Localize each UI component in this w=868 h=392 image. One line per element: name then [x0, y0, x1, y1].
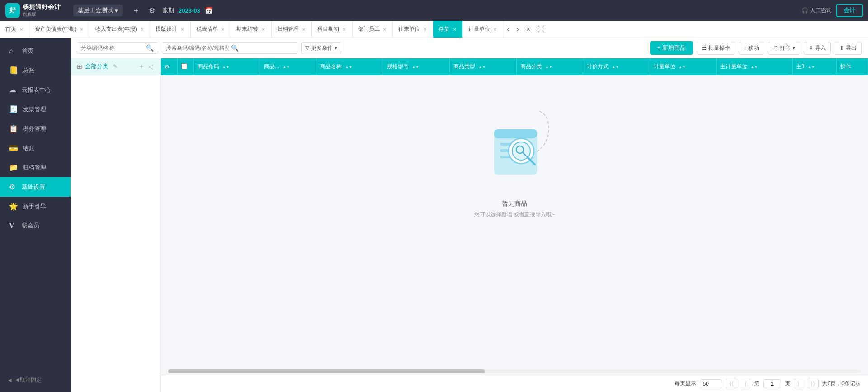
tab-prev-button[interactable]: ‹: [503, 21, 513, 38]
product-search-box[interactable]: 🔍: [162, 42, 297, 54]
company-selector[interactable]: 基层工会测试 ▾: [73, 5, 123, 16]
page-last-button[interactable]: ⟩⟩: [807, 379, 819, 388]
import-icon: ⬇: [809, 45, 813, 51]
page-number-input[interactable]: [763, 379, 781, 388]
page-next-button[interactable]: ⟩: [794, 379, 803, 388]
tab-income-close[interactable]: ×: [140, 27, 144, 32]
tab-balance-close[interactable]: ×: [79, 27, 84, 32]
tab-template[interactable]: 模版设计 ×: [150, 21, 190, 38]
empty-state-svg: [469, 102, 560, 184]
export-button[interactable]: ⬆ 导出: [835, 42, 862, 55]
tab-archive-close[interactable]: ×: [302, 27, 306, 32]
tab-inventory-close[interactable]: ×: [452, 27, 457, 32]
select-all-checkbox[interactable]: [181, 63, 187, 69]
import-button[interactable]: ⬇ 导入: [804, 42, 831, 55]
tab-archive[interactable]: 归档管理 ×: [272, 21, 312, 38]
page-first-button[interactable]: ⟨⟨: [726, 379, 737, 388]
tab-tax-close[interactable]: ×: [221, 27, 225, 32]
tab-period-end[interactable]: 期末结转 ×: [231, 21, 271, 38]
page-prev-button[interactable]: ⟨: [741, 379, 750, 388]
th-price-method[interactable]: 计价方式 ▲▼: [583, 58, 650, 75]
sidebar-item-settle[interactable]: 💳 结账: [0, 138, 71, 158]
tab-partner[interactable]: 往来单位 ×: [393, 21, 433, 38]
sidebar-item-member[interactable]: V 畅会员: [0, 216, 71, 235]
tab-unit[interactable]: 计量单位 ×: [463, 21, 503, 38]
th-col3[interactable]: 主3 ▲▼: [792, 58, 836, 75]
sidebar-guide-label: 新手引导: [23, 203, 46, 211]
more-filter-button[interactable]: ▽ 更多条件 ▾: [301, 42, 341, 54]
sidebar-item-archive[interactable]: 📁 归档管理: [0, 158, 71, 177]
sidebar-settle-label: 结账: [23, 144, 34, 152]
category-edit-icon: ✎: [113, 63, 118, 70]
tab-template-close[interactable]: ×: [180, 27, 184, 32]
scrollbar-thumb[interactable]: [168, 369, 485, 373]
category-search-input[interactable]: [81, 45, 144, 51]
company-name-text: 基层工会测试: [78, 6, 113, 14]
tab-subject-init[interactable]: 科目期初 ×: [312, 21, 352, 38]
sidebar-unpin-button[interactable]: ◄ ◄取消固定: [0, 372, 71, 388]
tab-home-close[interactable]: ×: [19, 27, 24, 32]
move-button[interactable]: ↕ 移动: [739, 42, 764, 55]
customer-service-button[interactable]: 🎧 人工咨询: [802, 7, 832, 14]
sidebar-item-ledger[interactable]: 📒 总账: [0, 61, 71, 80]
sidebar-item-tax[interactable]: 📋 税务管理: [0, 119, 71, 138]
sidebar-item-reports[interactable]: ☁ 云报表中心: [0, 80, 71, 99]
th-code[interactable]: 商品... ▲▼: [260, 58, 316, 75]
sidebar-item-invoice[interactable]: 🧾 发票管理: [0, 99, 71, 119]
tab-home[interactable]: 首页 ×: [0, 21, 29, 38]
category-search-icon[interactable]: 🔍: [146, 44, 154, 52]
product-search-input[interactable]: [166, 45, 229, 51]
spec-sort-icon: ▲▼: [412, 66, 419, 69]
tab-next-button[interactable]: ›: [513, 21, 523, 38]
category-collapse-icon[interactable]: ◁: [147, 62, 154, 71]
tab-inventory[interactable]: 存货 ×: [433, 21, 462, 38]
tab-income[interactable]: 收入支出表(年报) ×: [90, 21, 150, 38]
th-checkbox[interactable]: [177, 58, 193, 75]
th-name[interactable]: 商品名称 ▲▼: [316, 58, 383, 75]
page-size-select[interactable]: 50 10 20 100: [700, 379, 722, 388]
category-all[interactable]: ⊞ 全部分类 ✎ ＋ ◁: [71, 58, 160, 75]
product-search-icon[interactable]: 🔍: [231, 44, 239, 52]
logo-text-group: 畅捷通好会计 旗舰版: [23, 3, 61, 18]
tab-expand-button[interactable]: ⛶: [534, 21, 548, 38]
batch-operation-button[interactable]: ☰ 批量操作: [697, 42, 735, 55]
th-unit[interactable]: 计量单位 ▲▼: [650, 58, 717, 75]
tab-balance[interactable]: 资产负债表(中期) ×: [29, 21, 90, 38]
tab-tax[interactable]: 税表清单 ×: [191, 21, 231, 38]
sidebar-item-guide[interactable]: 🌟 新手引导: [0, 197, 71, 216]
print-button[interactable]: 🖨 打印 ▾: [768, 42, 800, 55]
account-button[interactable]: 会计: [836, 4, 863, 17]
horizontal-scrollbar[interactable]: [168, 369, 861, 373]
new-product-button[interactable]: + 新增商品: [650, 41, 693, 55]
tab-partner-close[interactable]: ×: [423, 27, 427, 32]
category-add-icon[interactable]: ＋: [137, 62, 146, 71]
th-spec[interactable]: 规格型号 ▲▼: [383, 58, 450, 75]
tab-close-all-button[interactable]: ×: [523, 21, 534, 38]
th-category-label: 商品分类: [520, 63, 542, 70]
name-sort-icon: ▲▼: [345, 66, 352, 69]
filter-dropdown-icon: ▾: [335, 45, 337, 51]
search-box-left[interactable]: 🔍: [77, 42, 158, 54]
batch-icon: ☰: [702, 45, 707, 51]
type-sort-icon: ▲▼: [479, 66, 486, 69]
th-settings[interactable]: ⚙: [161, 58, 177, 75]
sidebar-item-settings[interactable]: ⚙ 基础设置: [0, 177, 71, 197]
tab-department[interactable]: 部门员工 ×: [353, 21, 393, 38]
tab-subject-init-close[interactable]: ×: [342, 27, 346, 32]
tab-unit-close[interactable]: ×: [493, 27, 497, 32]
add-tab-button[interactable]: ＋: [130, 5, 142, 16]
import-label: 导入: [815, 44, 826, 52]
th-main-unit[interactable]: 主计量单位 ▲▼: [717, 58, 793, 75]
tab-department-close[interactable]: ×: [382, 27, 387, 32]
table-scroll[interactable]: ⚙ 商品条码 ▲▼ 商品... ▲▼: [161, 58, 868, 368]
invoice-icon: 🧾: [9, 105, 18, 113]
tab-period-end-close[interactable]: ×: [261, 27, 265, 32]
calendar-icon[interactable]: 📅: [205, 7, 212, 14]
th-barcode[interactable]: 商品条码 ▲▼: [193, 58, 260, 75]
settings-icon-button[interactable]: ⚙: [146, 5, 158, 16]
header-actions: ＋ ⚙: [130, 5, 158, 16]
th-category[interactable]: 商品分类 ▲▼: [516, 58, 583, 75]
th-type[interactable]: 商品类型 ▲▼: [450, 58, 517, 75]
sidebar-item-home[interactable]: ⌂ 首页: [0, 42, 71, 61]
total-records: 共0页，0条记录: [822, 380, 861, 387]
